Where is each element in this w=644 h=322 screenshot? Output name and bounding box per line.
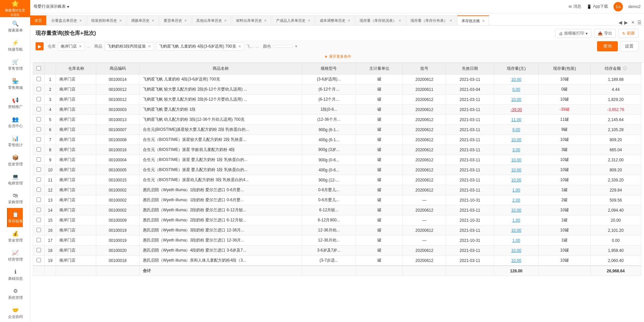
- select-all-checkbox[interactable]: [37, 66, 41, 70]
- row-qty-main[interactable]: -39.00: [494, 105, 538, 115]
- sidebar-item-快捷导航[interactable]: ⚡快捷导航: [7, 36, 23, 55]
- row-checkbox[interactable]: [33, 256, 45, 266]
- setting-button[interactable]: 设置: [620, 41, 639, 51]
- tab-调拨单历史[interactable]: 调拨单历史✕: [127, 15, 159, 25]
- color-dropdown-icon[interactable]: ▾: [295, 44, 297, 49]
- product-tag-1-close[interactable]: ✕: [148, 44, 151, 49]
- row-checkbox[interactable]: [33, 165, 45, 175]
- print-button[interactable]: 🖨 按模板打印 ▾: [555, 29, 591, 38]
- row-checkbox[interactable]: [33, 215, 45, 225]
- tab-首页[interactable]: 首页: [30, 15, 46, 25]
- product-tag-2[interactable]: 飞鹤星飞帆 儿童奶粉 4段(3-6岁适用) 700克 ✕: [156, 42, 244, 51]
- th-checkbox[interactable]: [33, 63, 45, 74]
- row-checkbox[interactable]: [33, 246, 45, 256]
- row-qty-main[interactable]: 10.00: [494, 205, 538, 215]
- sidebar-item-采购管理[interactable]: 🛍采购管理: [7, 189, 23, 208]
- sidebar-item-零售商城[interactable]: 🏪零售商城: [7, 74, 23, 94]
- tab-close-icon[interactable]: ✕: [449, 19, 452, 22]
- tab-close-icon[interactable]: ✕: [482, 19, 485, 23]
- row-checkbox[interactable]: [33, 85, 45, 95]
- row-checkbox[interactable]: [33, 105, 45, 115]
- sidebar-item-搜索菜单[interactable]: 🔍搜索菜单: [7, 17, 23, 36]
- tab-close-all[interactable]: ✕: [630, 20, 636, 25]
- row-checkbox[interactable]: [33, 155, 45, 165]
- row-qty-main[interactable]: 1.00: [494, 215, 538, 225]
- app-download-btn[interactable]: 📱 App下载: [587, 4, 608, 9]
- row-checkbox[interactable]: [33, 135, 45, 145]
- row-checkbox[interactable]: [33, 125, 45, 135]
- sidebar-item-批发管理[interactable]: 📦批发管理: [7, 151, 23, 170]
- topbar-selector[interactable]: 母婴行业演示账表 ▾: [34, 4, 70, 9]
- product-tag-2-close[interactable]: ✕: [238, 44, 241, 49]
- warehouse-close-icon[interactable]: ✕: [79, 44, 82, 49]
- row-checkbox[interactable]: [33, 74, 45, 85]
- product-tag-1[interactable]: 飞鹤奶粉3段丙筒提装 ✕: [104, 42, 154, 51]
- filter-arrow-btn[interactable]: ▶: [36, 42, 44, 50]
- row-checkbox[interactable]: [33, 225, 45, 235]
- warehouse-tag[interactable]: 南岸门店 ✕: [58, 42, 85, 51]
- tab-现存量（库存状况表）[interactable]: 现存量（库存状况表）✕: [355, 15, 406, 25]
- product-extra-dots[interactable]: ...: [256, 44, 259, 49]
- sidebar-item-资金管理[interactable]: 💰资金管理: [7, 227, 23, 246]
- tab-close-icon[interactable]: ✕: [398, 19, 401, 22]
- row-checkbox[interactable]: [33, 235, 45, 246]
- tab-close-icon[interactable]: ✕: [184, 19, 187, 22]
- color-tag[interactable]: [273, 45, 293, 48]
- row-qty-main[interactable]: 10.00: [494, 175, 538, 185]
- tab-close-icon[interactable]: ✕: [264, 19, 267, 22]
- sidebar-item-企业协同[interactable]: 🤝企业协同: [7, 304, 23, 322]
- row-checkbox[interactable]: [33, 195, 45, 205]
- row-checkbox[interactable]: [33, 95, 45, 105]
- message-btn[interactable]: ✉ 消息: [569, 4, 581, 9]
- row-qty-main[interactable]: 10.00: [494, 135, 538, 145]
- tab-现存量（库存分布表）[interactable]: 现存量（库存分布表）✕: [406, 15, 457, 25]
- sidebar-item-电商管理[interactable]: 💻电商管理: [7, 170, 23, 189]
- sidebar-item-营销推广[interactable]: 📢营销推广: [7, 94, 23, 113]
- row-qty-main[interactable]: 0.00: [494, 85, 538, 95]
- tab-menu-icon[interactable]: ☰: [636, 20, 643, 25]
- query-button[interactable]: 查询: [597, 41, 618, 51]
- export-button[interactable]: 📤 导出: [594, 29, 616, 38]
- row-qty-main[interactable]: 10.00: [494, 74, 538, 85]
- row-qty-main[interactable]: 10.00: [494, 256, 538, 266]
- warehouse-dots[interactable]: ...: [87, 44, 90, 49]
- row-qty-main[interactable]: 10.00: [494, 246, 538, 256]
- row-checkbox[interactable]: [33, 185, 45, 195]
- row-qty-main[interactable]: 10.00: [494, 165, 538, 175]
- row-qty-main[interactable]: 10.00: [494, 155, 538, 165]
- row-qty-main[interactable]: 2.00: [494, 195, 538, 205]
- row-qty-main[interactable]: 11.00: [494, 115, 538, 125]
- tab-close-icon[interactable]: ✕: [79, 19, 82, 22]
- row-qty-main[interactable]: 10.00: [494, 225, 538, 235]
- refresh-button[interactable]: ↻ 刷新: [619, 29, 639, 38]
- tab-成本调整单历史[interactable]: 成本调整单历史✕: [315, 15, 355, 25]
- tab-close-icon[interactable]: ✕: [347, 19, 350, 22]
- sidebar-item-库存核算[interactable]: 📋库存核算: [7, 208, 23, 227]
- tab-close-icon[interactable]: ✕: [308, 19, 310, 22]
- tab-要货单历史[interactable]: 要货单历史✕: [159, 15, 191, 25]
- tab-分量盘点单历史[interactable]: 分量盘点单历史✕: [47, 15, 86, 25]
- row-checkbox[interactable]: [33, 145, 45, 155]
- tab-prev-arrow[interactable]: ◀: [618, 20, 623, 25]
- sidebar-item-零售管理[interactable]: 🛒零售管理: [7, 55, 23, 74]
- tab-next-arrow[interactable]: ▶: [623, 20, 629, 25]
- sidebar-item-零售统计[interactable]: 📊零售统计: [7, 132, 23, 151]
- row-checkbox[interactable]: [33, 115, 45, 125]
- balance-info-icon[interactable]: ⓘ: [623, 66, 627, 71]
- row-qty-main[interactable]: 3.00: [494, 145, 538, 155]
- tab-材料出库单历史[interactable]: 材料出库单历史✕: [232, 15, 271, 25]
- tab-库存批次账[interactable]: 库存批次账✕: [457, 15, 489, 25]
- tab-产成品入库单历史[interactable]: 产成品入库单历史✕: [272, 15, 315, 25]
- tab-close-icon[interactable]: ✕: [152, 19, 154, 22]
- sidebar-item-经营管理[interactable]: 📈经营管理: [7, 246, 23, 265]
- row-checkbox[interactable]: [33, 205, 45, 215]
- filter-expand[interactable]: ▼ 展开更多条件: [36, 53, 639, 60]
- sidebar-item-基础信息[interactable]: ℹ基础信息: [7, 265, 23, 284]
- row-qty-main[interactable]: 1.00: [494, 235, 538, 246]
- sidebar-item-系统管理[interactable]: ⚙系统管理: [7, 284, 23, 304]
- tab-其他出库单历史[interactable]: 其他出库单历史✕: [192, 15, 231, 25]
- row-qty-main[interactable]: 9.00: [494, 125, 538, 135]
- tab-close-icon[interactable]: ✕: [224, 19, 227, 22]
- sidebar-item-会员中心[interactable]: 👥会员中心: [7, 113, 23, 132]
- row-checkbox[interactable]: [33, 175, 45, 185]
